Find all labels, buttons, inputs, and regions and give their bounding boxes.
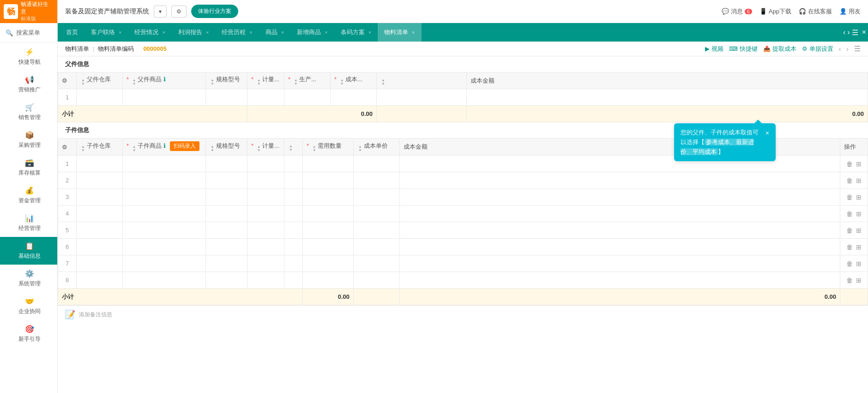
sidebar-item-inventory[interactable]: 🗃️ 库存核算: [0, 154, 57, 181]
child-row-1-spec[interactable]: [206, 156, 247, 172]
toolbar-menu-btn[interactable]: ☰: [854, 44, 861, 53]
child-row-8-copy-btn[interactable]: ⊞: [855, 276, 862, 285]
search-menu-button[interactable]: 🔍 搜索菜单: [3, 27, 54, 39]
sidebar-item-enterprise[interactable]: 🤝 企业协同: [0, 292, 57, 320]
child-row-1-copy-btn[interactable]: ⊞: [855, 159, 862, 169]
child-row-3-delete-btn[interactable]: 🗑: [845, 193, 854, 202]
child-row-2-unit[interactable]: [247, 172, 284, 189]
child-row-8-delete-btn[interactable]: 🗑: [845, 276, 854, 285]
child-row-4-required-qty[interactable]: [303, 206, 354, 222]
parent-row-1-unit[interactable]: [247, 89, 284, 106]
sidebar-item-quick-nav[interactable]: ⚡ 快捷导航: [0, 43, 57, 71]
child-row-1-unit[interactable]: [247, 156, 284, 172]
child-row-4-cost-unit[interactable]: [354, 206, 400, 222]
child-settings-icon[interactable]: ⚙: [62, 144, 67, 151]
child-row-3-unit[interactable]: [247, 189, 284, 206]
settings-icon[interactable]: ⚙: [62, 77, 67, 84]
parent-row-1-spec[interactable]: [206, 89, 247, 106]
child-row-5-spec[interactable]: [206, 222, 247, 239]
tab-barcode-close[interactable]: ×: [368, 30, 371, 35]
child-row-4-warehouse[interactable]: [77, 206, 123, 222]
child-row-7-spec[interactable]: [206, 255, 247, 272]
child-row-5-required-qty[interactable]: [303, 222, 354, 239]
child-row-1-warehouse[interactable]: [77, 156, 123, 172]
child-row-5-delete-btn[interactable]: 🗑: [845, 226, 854, 235]
child-row-2-product[interactable]: [123, 172, 206, 189]
parent-row-1-production[interactable]: [284, 89, 331, 106]
child-row-2-required-qty[interactable]: [303, 172, 354, 189]
child-row-5-copy-btn[interactable]: ⊞: [855, 226, 862, 235]
child-row-8-unit[interactable]: [247, 272, 284, 289]
sidebar-item-basic-info[interactable]: 📋 基础信息: [0, 237, 57, 265]
hotkey-action[interactable]: ⌨ 快捷键: [729, 45, 758, 53]
tab-home[interactable]: 首页: [60, 23, 84, 42]
child-row-4-copy-btn[interactable]: ⊞: [855, 209, 862, 218]
tab-product-close[interactable]: ×: [281, 30, 284, 35]
child-row-2-warehouse[interactable]: [77, 172, 123, 189]
child-row-5-product[interactable]: [123, 222, 206, 239]
experience-btn[interactable]: 体验行业方案: [191, 5, 238, 18]
child-row-7-unit[interactable]: [247, 255, 284, 272]
child-row-1-cost-unit[interactable]: [354, 156, 400, 172]
tab-history[interactable]: 经营历程 ×: [215, 23, 259, 42]
tab-new-product[interactable]: 新增商品 ×: [290, 23, 334, 42]
app-download-action[interactable]: 📱 App下载: [760, 7, 791, 16]
tab-prev-btn[interactable]: ‹: [843, 28, 845, 36]
user-action[interactable]: 👤 用友: [839, 7, 861, 16]
child-row-4-delete-btn[interactable]: 🗑: [845, 209, 854, 218]
child-row-7-warehouse[interactable]: [77, 255, 123, 272]
child-row-6-cost-unit[interactable]: [354, 239, 400, 255]
child-row-8-cost-unit[interactable]: [354, 272, 400, 289]
child-row-2-cost-unit[interactable]: [354, 172, 400, 189]
child-row-8-product[interactable]: [123, 272, 206, 289]
child-row-3-copy-btn[interactable]: ⊞: [855, 193, 862, 202]
child-row-6-warehouse[interactable]: [77, 239, 123, 255]
child-row-4-product[interactable]: [123, 206, 206, 222]
child-row-6-spec[interactable]: [206, 239, 247, 255]
parent-product-info-icon[interactable]: ℹ: [163, 76, 166, 83]
tab-profit-report[interactable]: 利润报告 ×: [172, 23, 215, 42]
child-row-7-copy-btn[interactable]: ⊞: [855, 259, 862, 268]
child-row-1-delete-btn[interactable]: 🗑: [845, 159, 854, 169]
tab-bom[interactable]: 物料清单 ×: [378, 23, 421, 42]
tab-profit-close[interactable]: ×: [206, 30, 209, 35]
sidebar-item-sales[interactable]: 🛒 销售管理: [0, 98, 57, 126]
child-row-3-spec[interactable]: [206, 189, 247, 206]
messages-action[interactable]: 💬 消息 6: [722, 7, 752, 16]
child-row-6-unit[interactable]: [247, 239, 284, 255]
child-row-2-spec[interactable]: [206, 172, 247, 189]
view-action[interactable]: ▶ 视频: [705, 45, 723, 53]
child-row-1-product[interactable]: [123, 156, 206, 172]
parent-row-1-cost[interactable]: [331, 89, 377, 106]
tooltip-close-btn[interactable]: ×: [766, 128, 769, 138]
child-row-5-cost-unit[interactable]: [354, 222, 400, 239]
child-product-info-icon[interactable]: ℹ: [163, 142, 166, 149]
child-row-1-required-qty[interactable]: [303, 156, 354, 172]
parent-row-1-warehouse[interactable]: [77, 89, 123, 106]
tab-operations-status[interactable]: 经营情况 ×: [128, 23, 171, 42]
single-settings-action[interactable]: ⚙ 单据设置: [802, 45, 833, 53]
tab-product[interactable]: 商品 ×: [259, 23, 290, 42]
sidebar-item-purchase[interactable]: 📦 采购管理: [0, 126, 57, 154]
tab-bom-close[interactable]: ×: [412, 30, 415, 35]
tab-history-close[interactable]: ×: [249, 30, 252, 35]
child-row-6-copy-btn[interactable]: ⊞: [855, 242, 862, 252]
child-row-3-warehouse[interactable]: [77, 189, 123, 206]
child-row-7-cost-unit[interactable]: [354, 255, 400, 272]
child-row-2-delete-btn[interactable]: 🗑: [845, 176, 854, 185]
add-note-label[interactable]: 添加备注信息: [79, 311, 112, 319]
child-row-4-unit[interactable]: [247, 206, 284, 222]
child-row-5-warehouse[interactable]: [77, 222, 123, 239]
child-row-6-required-qty[interactable]: [303, 239, 354, 255]
child-row-8-spec[interactable]: [206, 272, 247, 289]
tab-customer[interactable]: 客户联络 ×: [84, 23, 128, 42]
parent-row-1-product[interactable]: [123, 89, 206, 106]
dropdown-button[interactable]: ▾: [154, 6, 167, 18]
tab-operations-close[interactable]: ×: [162, 30, 165, 35]
child-row-7-required-qty[interactable]: [303, 255, 354, 272]
toolbar-left-btn[interactable]: ‹: [839, 45, 841, 53]
child-row-2-copy-btn[interactable]: ⊞: [855, 176, 862, 185]
online-service-action[interactable]: 🎧 在线客服: [799, 7, 832, 16]
tab-close-all-btn[interactable]: ×: [862, 28, 866, 36]
child-row-7-delete-btn[interactable]: 🗑: [845, 259, 854, 268]
